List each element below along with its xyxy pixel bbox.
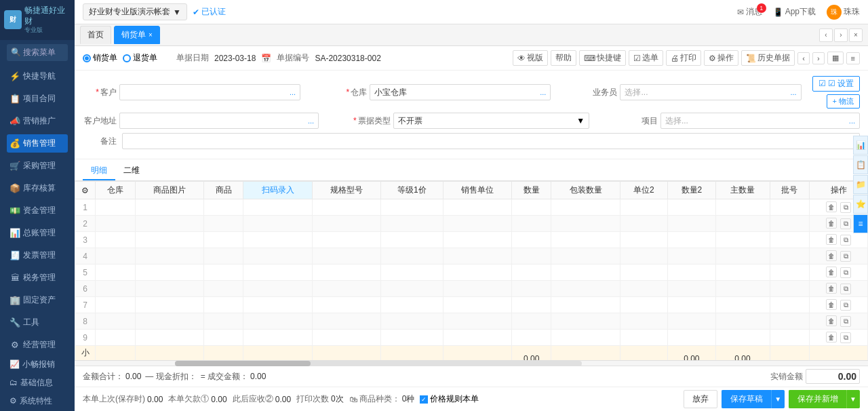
cell-9-2[interactable] [203, 330, 243, 346]
sidebar-item-purchase[interactable]: 🛒 采购管理 [7, 157, 68, 175]
project-dots[interactable]: ... [849, 117, 855, 125]
save-new-button[interactable]: 保存并新增 [789, 390, 846, 408]
copy-icon[interactable]: ⧉ [840, 300, 851, 311]
cell-2-10[interactable] [668, 216, 715, 232]
cell-4-9[interactable] [620, 248, 667, 265]
customer-input[interactable]: ... [119, 84, 300, 100]
cell-8-4[interactable] [312, 313, 380, 330]
cell-3-2[interactable] [203, 232, 243, 248]
cell-2-2[interactable] [203, 216, 243, 232]
sidebar-item-marketing[interactable]: 📣 营销推广 [7, 112, 68, 130]
cell-6-11[interactable] [715, 281, 770, 297]
cell-8-10[interactable] [668, 313, 715, 330]
cell-7-8[interactable] [551, 297, 620, 313]
cell-6-9[interactable] [620, 281, 667, 297]
tab-close-icon[interactable]: × [149, 31, 153, 39]
sidebar-item-tax[interactable]: 🏛 税务管理 [7, 269, 68, 287]
cell-3-3[interactable] [243, 232, 312, 248]
cell-8-12[interactable] [770, 313, 810, 330]
cell-9-4[interactable] [312, 330, 380, 346]
col-gear[interactable]: ⚙ [75, 182, 96, 199]
cell-1-4[interactable] [312, 199, 380, 216]
cell-5-9[interactable] [620, 265, 667, 281]
sidebar-item-tools[interactable]: 🔧 工具 [7, 313, 68, 332]
cell-8-0[interactable] [96, 313, 136, 330]
print-button[interactable]: 🖨 打印 [666, 50, 701, 66]
cell-6-12[interactable] [770, 281, 810, 297]
cell-7-1[interactable] [135, 297, 203, 313]
cell-4-5[interactable] [380, 248, 443, 265]
sidebar-item-invoice[interactable]: 🧾 发票管理 [7, 246, 68, 265]
cell-8-2[interactable] [203, 313, 243, 330]
cell-3-11[interactable] [715, 232, 770, 248]
cell-4-10[interactable] [668, 248, 715, 265]
tab-2d[interactable]: 二维 [115, 162, 148, 180]
cell-1-0[interactable] [96, 199, 136, 216]
sidebar-item-capital[interactable]: 💵 资金管理 [7, 201, 68, 220]
cell-1-8[interactable] [551, 199, 620, 216]
radio-return[interactable]: 退货单 [123, 52, 157, 64]
cell-2-3[interactable] [243, 216, 312, 232]
cell-8-6[interactable] [443, 313, 511, 330]
project-input[interactable]: 选择... ... [660, 113, 860, 129]
cell-1-12[interactable] [770, 199, 810, 216]
shortcut-button[interactable]: ⌨ 快捷键 [579, 50, 626, 66]
radio-invoice[interactable]: 销货单 [83, 52, 117, 64]
cell-9-3[interactable] [243, 330, 312, 346]
cell-5-2[interactable] [203, 265, 243, 281]
copy-icon[interactable]: ⧉ [840, 218, 851, 229]
cell-5-1[interactable] [135, 265, 203, 281]
cell-8-8[interactable] [551, 313, 620, 330]
tab-close-all-button[interactable]: × [849, 28, 863, 42]
staff-dots[interactable]: ... [790, 88, 796, 96]
cell-6-0[interactable] [96, 281, 136, 297]
cell-7-2[interactable] [203, 297, 243, 313]
cell-9-12[interactable] [770, 330, 810, 346]
cell-6-1[interactable] [135, 281, 203, 297]
delete-icon[interactable]: 🗑 [826, 218, 837, 229]
cell-6-8[interactable] [551, 281, 620, 297]
copy-icon[interactable]: ⧉ [840, 332, 851, 343]
delete-icon[interactable]: 🗑 [826, 299, 837, 310]
list-view-button[interactable]: ≡ [846, 52, 860, 64]
right-tool-3[interactable]: 📁 [853, 175, 868, 194]
table-container[interactable]: ⚙ 仓库 商品图片 商品 扫码录入 规格型号 等级1价 销售单位 数量 包装数量… [75, 181, 868, 360]
cell-5-5[interactable] [380, 265, 443, 281]
sidebar-item-accounting[interactable]: 📊 总账管理 [7, 224, 68, 242]
sidebar-item-inventory[interactable]: 📦 库存核算 [7, 179, 68, 197]
cell-4-3[interactable] [243, 248, 312, 265]
right-tool-5[interactable]: ≡ [853, 214, 868, 233]
cell-3-4[interactable] [312, 232, 380, 248]
table-row[interactable]: 1 🗑 ⧉ [75, 199, 868, 216]
tab-next-button[interactable]: › [834, 28, 848, 42]
table-row[interactable]: 6 🗑 ⧉ [75, 281, 868, 297]
cell-3-7[interactable] [511, 232, 551, 248]
table-row[interactable]: 9 🗑 ⧉ [75, 330, 868, 346]
tab-home[interactable]: 首页 [80, 26, 111, 44]
cell-2-8[interactable] [551, 216, 620, 232]
copy-icon[interactable]: ⧉ [840, 283, 851, 294]
cell-1-5[interactable] [380, 199, 443, 216]
staff-input[interactable]: 选择... ... [620, 84, 801, 100]
customer-dots[interactable]: ... [290, 88, 296, 96]
cell-5-0[interactable] [96, 265, 136, 281]
cell-9-5[interactable] [380, 330, 443, 346]
cell-8-5[interactable] [380, 313, 443, 330]
cell-8-11[interactable] [715, 313, 770, 330]
cell-6-4[interactable] [312, 281, 380, 297]
cell-6-6[interactable] [443, 281, 511, 297]
copy-icon[interactable]: ⧉ [840, 251, 851, 262]
warehouse-input[interactable]: 小宝仓库 ... [370, 84, 551, 100]
cell-3-1[interactable] [135, 232, 203, 248]
save-new-split-button[interactable]: ▼ [846, 390, 860, 408]
cell-3-6[interactable] [443, 232, 511, 248]
cell-7-4[interactable] [312, 297, 380, 313]
address-input[interactable]: ... [119, 113, 319, 129]
sidebar-item-reports[interactable]: 📈 小畅报销 [7, 356, 68, 373]
table-row[interactable]: 3 🗑 ⧉ [75, 232, 868, 248]
cell-1-6[interactable] [443, 199, 511, 216]
actual-amount-input[interactable]: 0.00 [806, 369, 860, 384]
delete-icon[interactable]: 🗑 [826, 283, 837, 294]
cell-4-11[interactable] [715, 248, 770, 265]
delete-icon[interactable]: 🗑 [826, 267, 837, 277]
